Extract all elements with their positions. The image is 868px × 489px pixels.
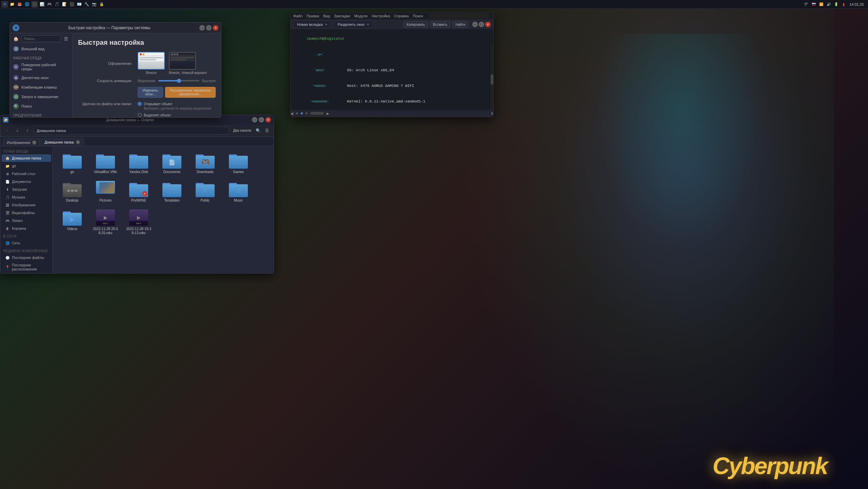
taskbar-app-icon-misc7[interactable]: 🔧 xyxy=(83,1,90,8)
taskbar-app-icon-misc6[interactable]: 📧 xyxy=(76,1,83,8)
find-button[interactable]: Найти xyxy=(452,21,468,28)
taskbar-app-icon-settings[interactable]: ⚙ xyxy=(1,1,8,8)
tab-images-close[interactable]: ✕ xyxy=(32,140,36,145)
file-item-video1[interactable]: ▶ MKV 2022-11-28 20-58-25.mkv xyxy=(90,207,121,237)
theme-breeze-option[interactable]: Breeze xyxy=(138,52,165,75)
file-item-videos[interactable]: ▶ Videos xyxy=(57,207,87,237)
wallpaper-button[interactable]: Изменить обои... xyxy=(138,87,163,98)
paste-button[interactable]: Вставить xyxy=(430,21,450,28)
theme-breeze-dark-option[interactable]: Breeze, тёмный вариант xyxy=(169,52,207,75)
file-item-music[interactable]: ♫ Music xyxy=(223,179,254,205)
tab-home-close[interactable]: ✕ xyxy=(76,140,80,144)
sidebar-item-recent-files[interactable]: 🕐 Последние файлы xyxy=(2,254,51,261)
menu-file[interactable]: Файл xyxy=(293,14,302,18)
konsole-prev[interactable]: ◀ xyxy=(291,112,293,115)
file-item-vbox[interactable]: VirtualBox VMs xyxy=(90,150,121,176)
taskbar-app-icon-misc5[interactable]: ⬛ xyxy=(68,1,75,8)
sidebar-item-music[interactable]: 🎵 Музыка xyxy=(2,193,51,201)
konsole-maximize[interactable]: □ xyxy=(479,22,484,27)
sidebar-item-trash[interactable]: 🗑 Корзина xyxy=(2,225,51,232)
sidebar-item-home[interactable]: 🏠 Домашняя папка xyxy=(2,154,51,162)
file-item-public[interactable]: ⚐ Public xyxy=(190,179,220,205)
file-item-yandexdisk[interactable]: Yandex.Disk xyxy=(123,150,154,176)
nav-item-search[interactable]: 🔍 Поиск xyxy=(10,101,72,111)
sidebar-item-desktop[interactable]: 🖥 Рабочий стол xyxy=(2,170,51,177)
forward-button[interactable]: › xyxy=(13,127,21,135)
nav-dot-1[interactable] xyxy=(296,112,298,114)
dolphin-maximize[interactable]: □ xyxy=(259,117,264,123)
tab-home[interactable]: Домашняя папка ✕ xyxy=(41,138,83,146)
sidebar-item-steam[interactable]: 🎮 Steam xyxy=(2,217,51,224)
konsole-minimize[interactable]: — xyxy=(472,22,478,27)
sidebar-item-recent-locations[interactable]: 📍 Последние расположения xyxy=(2,262,51,272)
tray-battery-icon[interactable]: 🔋 xyxy=(833,1,839,7)
advanced-button[interactable]: Расширенные параметры оформления... xyxy=(165,87,216,98)
taskbar-app-icon-misc2[interactable]: 🎮 xyxy=(46,1,53,8)
dual-pane-button[interactable]: Два панели xyxy=(231,127,253,135)
search-input[interactable] xyxy=(21,35,61,42)
taskbar-app-icon-browser2[interactable]: 🌐 xyxy=(24,1,31,8)
search-bar[interactable] xyxy=(429,13,489,19)
menu-help[interactable]: Справка xyxy=(394,14,409,18)
sidebar-item-documents[interactable]: 📄 Документы xyxy=(2,178,51,185)
sidebar-item-downloads[interactable]: ⬇ Загрузки xyxy=(2,186,51,193)
up-button[interactable]: ↑ xyxy=(23,127,32,135)
nav-item-shortcuts[interactable]: ⌨ Комбинации клавиш xyxy=(10,82,72,92)
close-button[interactable]: ✕ xyxy=(213,25,218,31)
speed-slider-track[interactable] xyxy=(158,80,199,81)
file-item-desktop[interactable]: Desktop xyxy=(57,179,87,205)
click-option-open[interactable]: Открывает объект xyxy=(138,102,211,106)
menu-plugins[interactable]: Модули xyxy=(354,14,368,18)
nav-dot-2[interactable] xyxy=(301,112,303,114)
dolphin-minimize[interactable]: — xyxy=(252,117,257,123)
minimize-button[interactable]: — xyxy=(199,25,205,31)
taskbar-app-icon-dolphin[interactable]: 📁 xyxy=(9,1,16,8)
file-item-templates[interactable]: ⬚ Templates xyxy=(157,179,187,205)
taskbar-app-icon-terminal[interactable]: ⬛ xyxy=(31,1,38,8)
menu-button[interactable]: ☰ xyxy=(62,35,70,43)
search-button[interactable]: 🔍 xyxy=(254,127,262,135)
sidebar-item-network[interactable]: 🌐 Сеть xyxy=(2,239,51,247)
konsole-next[interactable]: ▶ xyxy=(327,112,329,115)
menu-search[interactable]: Поиск xyxy=(413,14,423,18)
taskbar-app-icon-misc4[interactable]: 📝 xyxy=(61,1,68,8)
home-button[interactable]: 🏠 xyxy=(12,35,20,43)
nav-dot-3[interactable] xyxy=(305,112,308,114)
tab-new[interactable]: Новая вкладка ▼ xyxy=(293,21,331,28)
back-button[interactable]: ‹ xyxy=(3,127,11,135)
konsole-scrollbar[interactable] xyxy=(491,46,493,117)
file-item-go[interactable]: go xyxy=(57,150,87,176)
tray-network-icon[interactable]: 📶 xyxy=(818,1,824,7)
taskbar-app-icon-misc3[interactable]: 🎵 xyxy=(54,1,60,8)
tray-flag-icon[interactable]: 🏴 xyxy=(803,1,809,7)
nav-item-startup[interactable]: ⏻ Запуск и завершение › xyxy=(10,92,72,101)
nav-item-windows[interactable]: ▣ Диспетчер окон › xyxy=(10,73,72,82)
nav-item-behavior[interactable]: ⚙ Поведение рабочей среды › xyxy=(10,61,72,73)
nav-item-appearance[interactable]: 🖼 Внешний вид › xyxy=(10,44,72,54)
tray-volume-icon[interactable]: 🔊 xyxy=(826,1,832,7)
click-option-select[interactable]: Выделяет объект xyxy=(138,113,211,117)
sidebar-item-git[interactable]: 📁 git xyxy=(2,162,51,170)
file-item-documents[interactable]: 📄 Documents xyxy=(157,150,187,176)
menu-settings[interactable]: Настройка xyxy=(372,14,390,18)
menu-bookmarks[interactable]: Закладки xyxy=(334,14,350,18)
sidebar-item-pictures[interactable]: 🖼 Изображения xyxy=(2,201,51,209)
file-item-games[interactable]: Games xyxy=(223,150,254,176)
tray-flag2-icon[interactable]: 🇷🇺 xyxy=(811,1,817,7)
taskbar-app-icon-misc8[interactable]: 📷 xyxy=(91,1,98,8)
konsole-close[interactable]: ✕ xyxy=(485,22,491,27)
file-item-downloads[interactable]: 🎮 Downloads xyxy=(190,150,220,176)
tab-split[interactable]: Разделить окно ▼ xyxy=(334,21,373,28)
taskbar-app-icon-browser1[interactable]: 🦊 xyxy=(16,1,23,8)
file-item-pictures[interactable]: Pictures xyxy=(90,179,121,205)
sidebar-item-videos[interactable]: 🎬 Видеофайлы xyxy=(2,209,51,217)
hamburger-button[interactable]: ☰ xyxy=(263,127,271,135)
file-item-portwine[interactable]: P PortWINE xyxy=(123,179,154,205)
dolphin-close[interactable]: ✕ xyxy=(265,117,271,123)
file-item-video2[interactable]: ▶ MKV 2022-11-28 19-38-13.mkv xyxy=(123,207,154,237)
konsole-expand[interactable]: ⬆ xyxy=(491,112,493,115)
maximize-button[interactable]: □ xyxy=(206,25,212,31)
menu-view[interactable]: Вид xyxy=(323,14,330,18)
copy-button[interactable]: Копировать xyxy=(403,21,428,28)
tab-images[interactable]: Изображения ✕ xyxy=(3,138,40,146)
